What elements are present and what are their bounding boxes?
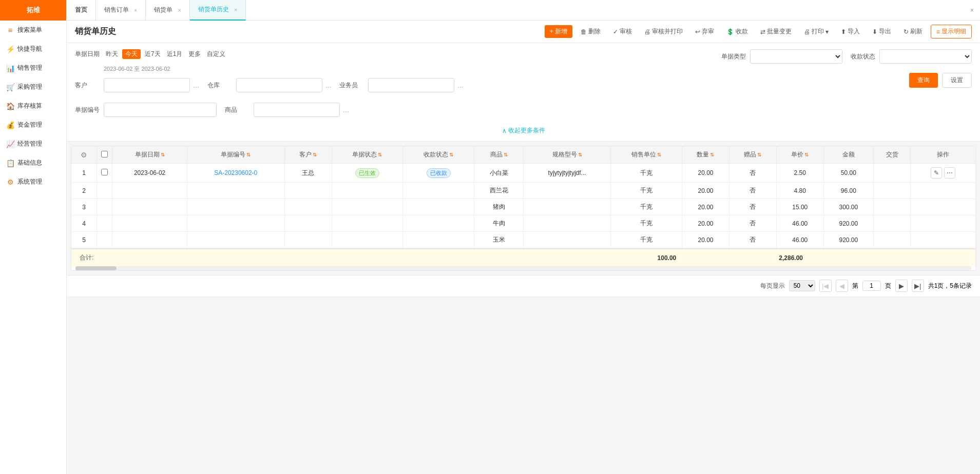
docno-input[interactable] [104,103,217,117]
cell-action[interactable] [911,232,975,248]
sidebar-item-system-mgmt[interactable]: ⚙ 系统管理 [0,172,66,191]
sort-qty-icon[interactable]: ⇅ [710,152,714,157]
shortcut-custom[interactable]: 自定义 [205,49,227,59]
collapse-filter-btn[interactable]: ∧ 收起更多条件 [502,126,545,135]
salesperson-dots[interactable]: ... [457,81,464,89]
sidebar-item-basic-info[interactable]: 📋 基础信息 [0,153,66,172]
sort-gift-icon[interactable]: ⇅ [757,152,761,157]
audit-button[interactable]: ✓ 审核 [609,25,636,38]
row-checkbox-cell[interactable] [97,199,112,215]
page-content: 销货单历史 + 新增 🗑 删除 ✓ 审核 🖨 审核并打印 ↩ 弃审 [67,21,980,474]
shortcut-1month[interactable]: 近1月 [165,49,185,59]
sidebar-item-label: 资金管理 [17,121,42,129]
cell-transaction [873,199,910,215]
sort-unitprice-icon[interactable]: ⇅ [804,152,809,157]
sort-unit-icon[interactable]: ⇅ [657,152,661,157]
tab-sales-delivery-label: 销货单 [154,6,172,14]
more-btn-0[interactable]: ⋯ [944,167,955,179]
sidebar-item-operations[interactable]: 📈 经营管理 [0,134,66,153]
goods-input[interactable] [254,103,340,117]
cell-date [112,183,187,199]
abandon-button[interactable]: ↩ 弃审 [691,25,718,38]
tab-sales-order-close[interactable]: × [134,7,137,13]
sidebar-item-label: 基础信息 [17,159,42,167]
next-page-btn[interactable]: ▶ [895,280,908,292]
row-checkbox-0[interactable] [101,169,108,175]
shortcut-today[interactable]: 今天 [122,49,141,59]
warehouse-input[interactable] [236,78,322,92]
cell-docno[interactable] [187,232,284,248]
tab-sales-delivery[interactable]: 销货单 × [146,0,189,21]
goods-dots[interactable]: ... [343,106,349,114]
sort-spec-icon[interactable]: ⇅ [578,152,582,157]
payment-status-select[interactable] [879,49,972,64]
customer-input[interactable] [104,78,190,92]
setting-button[interactable]: 设置 [942,73,972,88]
delete-button[interactable]: 🗑 删除 [577,25,605,38]
cell-action[interactable] [911,199,975,215]
select-all-checkbox[interactable] [101,151,108,157]
print-button[interactable]: 🖨 打印 ▾ [800,25,833,38]
horizontal-scrollbar[interactable] [75,266,971,270]
sidebar-item-search-menu[interactable]: ≡ 搜索菜单 [0,21,66,40]
last-page-btn[interactable]: ▶| [912,280,924,292]
batch-change-button[interactable]: ⇄ 批量变更 [756,25,796,38]
sidebar-item-finance[interactable]: 💰 资金管理 [0,115,66,134]
sidebar-item-purchase-mgmt[interactable]: 🛒 采购管理 [0,77,66,96]
audit-print-icon: 🖨 [644,28,650,35]
scrollbar-thumb[interactable] [75,266,117,270]
first-page-btn[interactable]: |◀ [819,280,832,292]
shortcut-yesterday[interactable]: 昨天 [104,49,120,59]
shortcut-7days[interactable]: 近7天 [143,49,163,59]
customer-dots[interactable]: ... [193,81,199,89]
cell-action[interactable] [911,183,975,199]
page-size-select[interactable]: 50 100 [789,280,815,291]
row-checkbox-cell[interactable] [97,232,112,248]
collect-button[interactable]: 💲 收款 [722,25,752,38]
th-settings[interactable]: ⚙ [71,146,97,164]
sort-goods-icon[interactable]: ⇅ [504,152,508,157]
sort-customer-icon[interactable]: ⇅ [313,152,317,157]
sidebar-item-label: 销售管理 [17,64,42,72]
warehouse-dots[interactable]: ... [325,81,332,89]
cell-qty: 20.00 [682,164,729,183]
tab-sales-delivery-close[interactable]: × [178,7,181,13]
query-button[interactable]: 查询 [909,73,938,88]
refresh-button[interactable]: ↻ 刷新 [899,25,927,38]
tab-home[interactable]: 首页 [67,0,96,21]
th-transaction: 交货 [873,146,910,164]
cell-docno[interactable] [187,183,284,199]
row-checkbox-cell[interactable] [97,164,112,183]
doc-no-link-0[interactable]: SA-20230602-0 [214,169,257,176]
show-detail-button[interactable]: ≡ 显示明细 [931,25,972,38]
salesperson-input[interactable] [368,78,454,92]
tabbar-close-btn[interactable]: × [964,7,980,14]
sort-docstatus-icon[interactable]: ⇅ [378,152,382,157]
cell-docno[interactable] [187,199,284,215]
doc-type-select[interactable] [750,49,842,64]
cell-docno[interactable] [187,215,284,232]
import-button[interactable]: ⬆ 导入 [837,25,864,38]
cell-docno[interactable]: SA-20230602-0 [187,164,284,183]
sort-paymentstatus-icon[interactable]: ⇅ [449,152,453,157]
sort-date-icon[interactable]: ⇅ [161,152,165,157]
sort-docno-icon[interactable]: ⇅ [246,152,251,157]
tab-sales-history[interactable]: 销货单历史 × [190,0,246,21]
prev-page-btn[interactable]: ◀ [836,280,848,292]
sidebar-item-quick-nav[interactable]: ⚡ 快捷导航 [0,40,66,58]
shortcut-more[interactable]: 更多 [186,49,203,59]
tab-sales-history-close[interactable]: × [234,7,237,13]
sidebar-item-sales-mgmt[interactable]: 📊 销售管理 [0,58,66,77]
export-button[interactable]: ⬇ 导出 [868,25,895,38]
new-button[interactable]: + 新增 [545,25,572,38]
row-checkbox-cell[interactable] [97,183,112,199]
system-icon: ⚙ [6,178,14,186]
cell-action[interactable]: ✎⋯ [911,164,975,183]
row-checkbox-cell[interactable] [97,215,112,232]
page-number-input[interactable] [862,281,881,291]
sidebar-item-inventory[interactable]: 🏠 库存核算 [0,96,66,115]
tab-sales-order[interactable]: 销售订单 × [96,0,146,21]
audit-print-button[interactable]: 🖨 审核并打印 [640,25,687,38]
cell-action[interactable] [911,215,975,232]
edit-btn-0[interactable]: ✎ [931,167,942,179]
